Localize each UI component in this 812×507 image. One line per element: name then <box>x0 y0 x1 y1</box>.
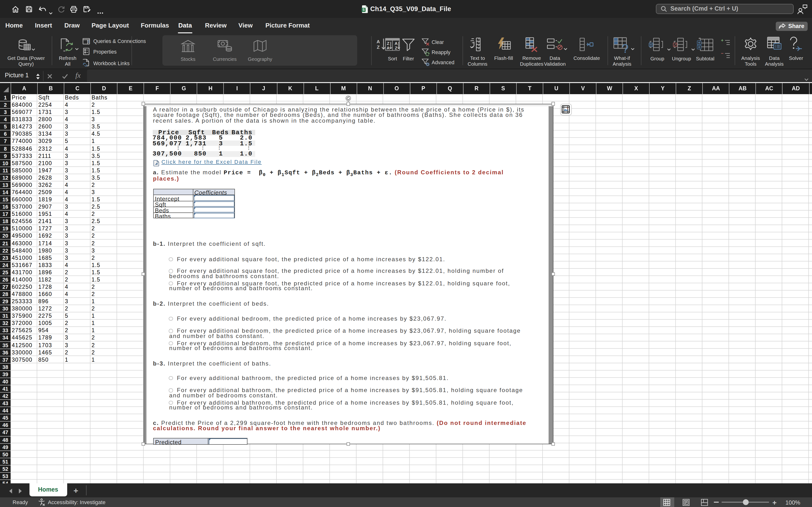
svg-text:S: S <box>362 7 365 11</box>
svg-text:Z: Z <box>377 45 379 50</box>
svg-text:A: A <box>376 39 380 44</box>
svg-text:Z: Z <box>395 46 398 50</box>
svg-text:A: A <box>387 46 390 50</box>
svg-text:A: A <box>395 41 398 46</box>
svg-text:Z: Z <box>387 41 390 46</box>
